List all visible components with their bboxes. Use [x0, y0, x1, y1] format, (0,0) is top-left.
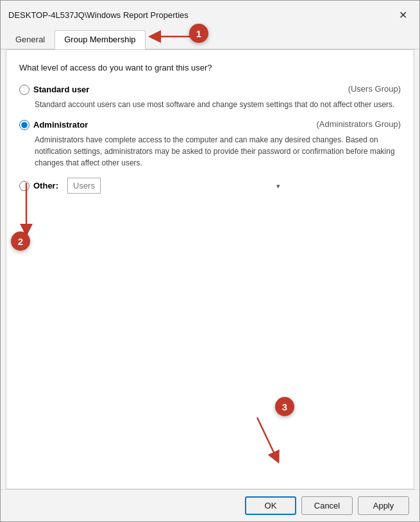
administrator-title: Administrator: [33, 120, 88, 130]
standard-user-row: Standard user (Users Group): [19, 84, 401, 95]
button-bar: OK Cancel Apply: [1, 489, 419, 521]
question-text: What level of access do you want to gran…: [19, 63, 401, 72]
tab-group-membership[interactable]: Group Membership: [55, 30, 145, 49]
chevron-down-icon: ▾: [276, 181, 280, 190]
other-dropdown-wrapper: Users ▾: [67, 178, 285, 194]
callout-3: 3: [275, 397, 294, 416]
other-radio[interactable]: [19, 181, 29, 191]
standard-user-group: (Users Group): [348, 84, 401, 94]
other-radio-label[interactable]: Other:: [19, 180, 63, 191]
other-label: Other:: [33, 181, 58, 190]
close-button[interactable]: ✕: [394, 6, 412, 24]
standard-user-desc: Standard account users can use most soft…: [35, 99, 401, 110]
tab-content: What level of access do you want to gran…: [6, 49, 414, 489]
other-dropdown[interactable]: Users: [67, 178, 101, 194]
apply-button[interactable]: Apply: [358, 496, 409, 515]
cancel-button[interactable]: Cancel: [301, 496, 353, 515]
ok-button[interactable]: OK: [245, 496, 296, 515]
callout-1: 1: [189, 24, 208, 43]
tab-general[interactable]: General: [6, 30, 55, 49]
standard-user-title: Standard user: [33, 85, 89, 94]
window-title: DESKTOP-4L537JQ\Windows Report Propertie…: [8, 10, 189, 20]
administrator-row: Administrator (Administrators Group): [19, 119, 401, 130]
properties-dialog: DESKTOP-4L537JQ\Windows Report Propertie…: [0, 0, 420, 522]
standard-user-label[interactable]: Standard user: [19, 84, 89, 95]
other-row: Other: Users ▾: [19, 178, 401, 194]
administrator-radio[interactable]: [19, 120, 29, 130]
callout-2: 2: [11, 232, 30, 251]
administrator-label[interactable]: Administrator: [19, 119, 88, 130]
title-bar: DESKTOP-4L537JQ\Windows Report Propertie…: [1, 1, 419, 26]
administrator-desc: Administrators have complete access to t…: [35, 134, 401, 169]
tab-bar: General Group Membership: [1, 26, 419, 49]
standard-user-radio[interactable]: [19, 85, 29, 95]
administrator-group: (Administrators Group): [317, 119, 401, 129]
